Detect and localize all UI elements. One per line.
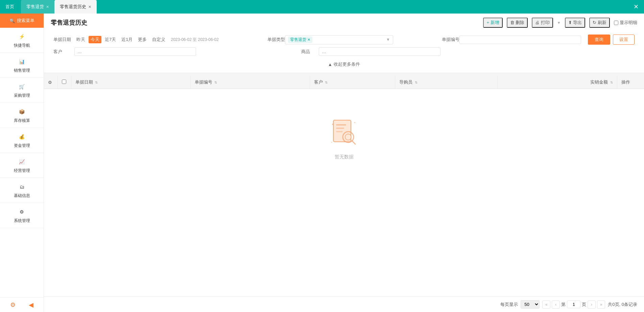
- sidebar-item-inventory[interactable]: 📦 库存核算: [0, 103, 44, 128]
- svg-text:✦: ✦: [331, 141, 333, 143]
- main-layout: 🔍 搜索菜单 ⚡ 快捷导航 📊 销售管理 🛒 采购管理 📦 库存核算 💰 资金管…: [0, 14, 644, 312]
- sidebar-item-base-info-label: 基础信息: [14, 193, 30, 199]
- filter-area: 单据日期 昨天 今天 近7天 近1月 更多 自定义 2023-06-02 至 2…: [51, 32, 637, 73]
- empty-state: ✦ ✦ ✦ 暂无数据: [44, 89, 644, 187]
- collapse-button[interactable]: ▲ 收起更多条件: [328, 61, 360, 67]
- id-input[interactable]: [459, 36, 581, 44]
- svg-line-6: [352, 141, 355, 144]
- th-number[interactable]: 单据编号 ⇅: [190, 76, 310, 89]
- tab-retail-return-history-close[interactable]: ✕: [88, 5, 91, 9]
- tab-retail-return-label: 零售退货: [26, 4, 44, 10]
- show-detail-checkbox[interactable]: [614, 21, 618, 25]
- th-date[interactable]: 单据日期 ⇅: [71, 76, 190, 89]
- sidebar-item-base-info[interactable]: 🗂 基础信息: [0, 178, 44, 203]
- customer-input[interactable]: [74, 47, 196, 56]
- sidebar-collapse-btn[interactable]: ◀: [29, 301, 33, 309]
- tab-retail-return-close[interactable]: ✕: [46, 5, 49, 9]
- sidebar-item-operations[interactable]: 📈 经营管理: [0, 153, 44, 178]
- date-opt-yesterday[interactable]: 昨天: [74, 36, 87, 43]
- filter-row-2: 客户 商品: [51, 47, 637, 56]
- sidebar-item-system[interactable]: ⚙ 系统管理: [0, 203, 44, 228]
- setting-button[interactable]: 设置: [613, 35, 635, 45]
- per-page-label: 每页显示: [500, 302, 518, 308]
- filter-row-1: 单据日期 昨天 今天 近7天 近1月 更多 自定义 2023-06-02 至 2…: [51, 35, 637, 45]
- page-title: 零售退货历史: [51, 19, 87, 27]
- type-tag-close[interactable]: ✕: [307, 38, 310, 42]
- th-settings[interactable]: ⚙: [44, 76, 57, 89]
- th-amount[interactable]: 实销金额 ⇅: [498, 76, 617, 89]
- sidebar-item-inventory-label: 库存核算: [14, 118, 30, 124]
- refresh-button[interactable]: ↻ 刷新: [589, 18, 610, 28]
- first-page-btn[interactable]: «: [542, 300, 550, 309]
- sidebar-item-operations-label: 经营管理: [14, 168, 30, 174]
- page-header: 零售退货历史 + 新增 🗑 删除 🖨 打印 ▼ ⬆ 导出 ↻ 刷新 显示明细: [44, 14, 644, 73]
- tab-home-label: 首页: [5, 4, 14, 10]
- sort-customer-icon: ⇅: [325, 81, 328, 84]
- sidebar-item-finance[interactable]: 💰 资金管理: [0, 128, 44, 153]
- date-opt-1month[interactable]: 近1月: [119, 36, 135, 43]
- customer-label: 客户: [51, 49, 74, 55]
- id-label: 单据编号: [439, 37, 459, 43]
- goods-input[interactable]: [319, 47, 440, 56]
- tab-list: 首页 零售退货 ✕ 零售退货历史 ✕: [0, 0, 634, 14]
- next-page-btn[interactable]: ›: [588, 300, 596, 309]
- data-table: ⚙ 单据日期 ⇅ 单据编号 ⇅: [44, 76, 644, 89]
- sort-number-icon: ⇅: [214, 81, 217, 84]
- sidebar-item-system-label: 系统管理: [14, 218, 30, 224]
- page-label: 第: [561, 302, 566, 308]
- sidebar-item-quick-nav[interactable]: ⚡ 快捷导航: [0, 28, 44, 53]
- th-customer[interactable]: 客户 ⇅: [310, 76, 395, 89]
- empty-text: 暂无数据: [335, 154, 354, 160]
- collapse-up-icon: ▲: [328, 62, 332, 67]
- type-tag-value: 零售退货: [290, 37, 306, 43]
- sidebar-settings-btn[interactable]: ⚙: [10, 301, 16, 309]
- collapse-row: ▲ 收起更多条件: [51, 59, 637, 70]
- type-tag: 零售退货 ✕: [288, 37, 312, 43]
- sidebar: 🔍 搜索菜单 ⚡ 快捷导航 📊 销售管理 🛒 采购管理 📦 库存核算 💰 资金管…: [0, 14, 44, 312]
- tab-home[interactable]: 首页: [0, 0, 20, 14]
- date-opt-custom[interactable]: 自定义: [150, 36, 167, 43]
- content-area: 零售退货历史 + 新增 🗑 删除 🖨 打印 ▼ ⬆ 导出 ↻ 刷新 显示明细: [44, 14, 644, 312]
- tab-retail-return-history[interactable]: 零售退货历史 ✕: [54, 0, 97, 14]
- th-guide[interactable]: 导购员 ⇅: [395, 76, 498, 89]
- new-button[interactable]: + 新增: [483, 18, 502, 28]
- date-options: 昨天 今天 近7天 近1月 更多 自定义 2023-06-02 至 2023-0…: [74, 36, 219, 43]
- select-all-checkbox[interactable]: [62, 80, 66, 84]
- page-nav: « ‹ 第 页 › »: [542, 300, 605, 309]
- query-button[interactable]: 查询: [588, 35, 610, 45]
- per-page-select[interactable]: 50 10 20 100: [521, 300, 540, 309]
- page-number-input[interactable]: [567, 300, 580, 308]
- pagination: 每页显示 50 10 20 100 « ‹ 第 页 › » 共0页, 0条记录: [44, 296, 644, 312]
- prev-page-btn[interactable]: ‹: [552, 300, 560, 309]
- th-check[interactable]: [57, 76, 71, 89]
- print-button[interactable]: 🖨 打印: [532, 18, 553, 28]
- delete-button[interactable]: 🗑 删除: [507, 18, 528, 28]
- type-dropdown-icon[interactable]: ▼: [386, 37, 390, 42]
- sidebar-search-label: 搜索菜单: [17, 18, 34, 24]
- sidebar-item-purchase-mgmt[interactable]: 🛒 采购管理: [0, 78, 44, 103]
- sidebar-item-finance-label: 资金管理: [14, 143, 30, 149]
- type-filter[interactable]: 零售退货 ✕ ▼: [285, 35, 393, 44]
- empty-icon: ✦ ✦ ✦: [327, 116, 361, 150]
- svg-rect-1: [336, 124, 346, 126]
- sidebar-item-sales-mgmt[interactable]: 📊 销售管理: [0, 53, 44, 78]
- export-button[interactable]: ⬆ 导出: [565, 18, 586, 28]
- table-header-row: ⚙ 单据日期 ⇅ 单据编号 ⇅: [44, 76, 644, 89]
- operations-icon: 📈: [17, 157, 27, 166]
- date-opt-7days[interactable]: 近7天: [103, 36, 118, 43]
- print-dropdown-icon[interactable]: ▼: [557, 21, 561, 25]
- total-info: 共0页, 0条记录: [608, 302, 637, 308]
- date-opt-today[interactable]: 今天: [89, 36, 101, 43]
- sidebar-item-quick-nav-label: 快捷导航: [14, 43, 30, 48]
- sort-amount-icon: ⇅: [610, 81, 613, 84]
- sidebar-search[interactable]: 🔍 搜索菜单: [0, 14, 44, 28]
- last-page-btn[interactable]: »: [597, 300, 605, 309]
- date-opt-more[interactable]: 更多: [136, 36, 149, 43]
- svg-rect-3: [336, 131, 343, 132]
- sort-guide-icon: ⇅: [415, 81, 418, 84]
- settings-icon[interactable]: ⚙: [48, 80, 52, 85]
- sidebar-item-sales-mgmt-label: 销售管理: [14, 68, 30, 73]
- tab-retail-return[interactable]: 零售退货 ✕: [21, 0, 54, 14]
- sidebar-item-purchase-mgmt-label: 采购管理: [14, 93, 30, 98]
- window-close-btn[interactable]: ✕: [634, 3, 644, 10]
